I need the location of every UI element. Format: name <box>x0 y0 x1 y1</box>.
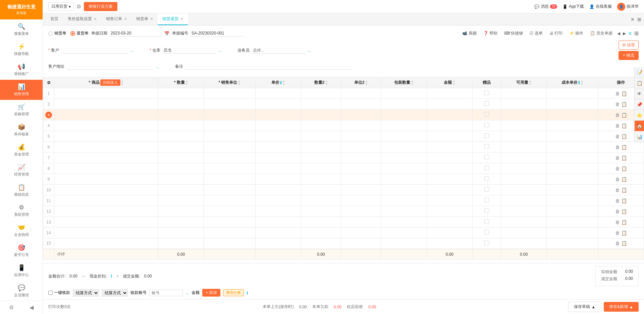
cell-quantity-9[interactable] <box>158 174 204 185</box>
cell-amount-14[interactable] <box>427 228 472 238</box>
sidebar-item-finance[interactable]: 💰资金管理 <box>0 140 43 160</box>
one-click-payment-checkbox[interactable] <box>48 291 53 295</box>
sidebar-collapse-icon[interactable]: ◀ <box>30 304 34 311</box>
cell-unit-price-14[interactable] <box>255 228 301 238</box>
cell-cost-price-14[interactable] <box>547 228 598 238</box>
cell-product[interactable] <box>54 174 158 185</box>
cell-sales-unit-1[interactable] <box>204 88 255 99</box>
cell-amount-13[interactable] <box>427 217 472 228</box>
cell-pack-qty-6[interactable] <box>381 142 427 152</box>
sidebar-item-shortcut[interactable]: ⚡快捷导航 <box>0 40 43 60</box>
cell-unit-price-7[interactable] <box>255 152 301 163</box>
cell-quantity-6[interactable] <box>158 142 204 152</box>
gift-checkbox-11[interactable] <box>484 198 489 202</box>
cell-unit2-12[interactable] <box>341 206 381 217</box>
cell-quantity-5[interactable] <box>158 131 204 142</box>
remarks-input[interactable] <box>185 63 353 70</box>
cell-pack-qty-9[interactable] <box>381 174 427 185</box>
cell-cost-price-4[interactable] <box>547 120 598 131</box>
tab-price-settings[interactable]: 售价提取设置✕ <box>63 13 101 25</box>
tab-close-icon[interactable]: ✕ <box>631 17 635 22</box>
gift-checkbox-12[interactable] <box>484 208 489 213</box>
cell-unit2-9[interactable] <box>341 174 381 185</box>
cell-unit-price-8[interactable] <box>255 163 301 174</box>
cell-unit2-14[interactable] <box>341 228 381 238</box>
available-sort-icon[interactable]: ▲▼ <box>529 80 532 86</box>
cell-quantity-4[interactable] <box>158 120 204 131</box>
cell-amount-12[interactable] <box>427 206 472 217</box>
cell-unit-price-9[interactable] <box>255 174 301 185</box>
cell-product[interactable] <box>54 238 158 249</box>
cell-unit2-5[interactable] <box>341 131 381 142</box>
copy-icon-14[interactable]: 📋 <box>621 230 627 236</box>
cell-quantity2-4[interactable] <box>301 120 341 131</box>
cell-quantity2-2[interactable] <box>301 99 341 110</box>
fee-info-icon[interactable]: ℹ <box>247 291 248 295</box>
fr-btn-1[interactable]: 📝 <box>635 67 644 78</box>
delete-icon-3[interactable]: 🗑 <box>615 112 620 118</box>
industry-select[interactable]: 日用百货 ▾ <box>48 2 74 11</box>
delete-icon-1[interactable]: 🗑 <box>615 91 620 96</box>
cell-sales-unit-10[interactable] <box>204 185 255 195</box>
cell-available-14[interactable] <box>501 228 547 238</box>
copy-icon-2[interactable]: 📋 <box>621 102 627 107</box>
cell-unit2-8[interactable] <box>341 163 381 174</box>
quantity-sort-icon[interactable]: ▲▼ <box>185 80 188 86</box>
save-draft-btn[interactable]: 保存草稿 ▲ <box>568 302 601 312</box>
gift-checkbox-10[interactable] <box>484 187 489 192</box>
cell-unit-price-5[interactable] <box>255 131 301 142</box>
cell-cost-price-2[interactable] <box>547 99 598 110</box>
salesperson-select-icon[interactable]: ... <box>307 48 311 53</box>
copy-icon-1[interactable]: 📋 <box>621 91 627 96</box>
cell-sales-unit-13[interactable] <box>204 217 255 228</box>
next-record-icon[interactable]: ▶ <box>623 31 626 36</box>
copy-icon-9[interactable]: 📋 <box>621 177 627 182</box>
cell-amount-9[interactable] <box>427 174 472 185</box>
cell-amount-10[interactable] <box>427 185 472 195</box>
cell-product[interactable] <box>54 228 158 238</box>
pack-qty-sort-icon[interactable]: ▲▼ <box>411 80 414 86</box>
cell-sales-unit-5[interactable] <box>204 131 255 142</box>
cell-quantity2-9[interactable] <box>301 174 341 185</box>
cell-product[interactable] <box>54 163 158 174</box>
cell-product[interactable] <box>54 142 158 152</box>
customer-select-icon[interactable]: ... <box>130 48 133 53</box>
logistics-btn[interactable]: + 物流 <box>619 51 639 60</box>
sidebar-item-guide[interactable]: 🎯新手引导 <box>0 241 43 261</box>
copy-icon-5[interactable]: 📋 <box>621 134 627 139</box>
app-download-btn[interactable]: 📱 App下载 <box>562 4 584 9</box>
address-input[interactable] <box>66 63 154 70</box>
settings-side-btn[interactable]: ⚙ 设置 <box>619 41 639 50</box>
tab-close-price-settings[interactable]: ✕ <box>94 17 97 21</box>
copy-icon-3[interactable]: 📋 <box>621 112 627 118</box>
radio-sales-return[interactable]: 退货单 <box>70 30 89 36</box>
cell-sales-unit-11[interactable] <box>204 195 255 206</box>
sidebar-item-appstore[interactable]: 📱应用中心 <box>0 261 43 281</box>
tab-layout-icon[interactable]: ⊞ <box>637 17 641 22</box>
fr-btn-6[interactable]: 🏠 <box>635 121 644 131</box>
operation-btn[interactable]: ⚡ 操作 <box>567 29 585 37</box>
cell-available-15[interactable] <box>501 238 547 249</box>
cell-available-5[interactable] <box>501 131 547 142</box>
cell-quantity2-15[interactable] <box>301 238 341 249</box>
cell-pack-qty-14[interactable] <box>381 228 427 238</box>
copy-icon-6[interactable]: 📋 <box>621 144 627 150</box>
cell-quantity-14[interactable] <box>158 228 204 238</box>
cell-unit2-10[interactable] <box>341 185 381 195</box>
cell-unit2-1[interactable] <box>341 88 381 99</box>
gift-checkbox-5[interactable] <box>484 133 489 138</box>
copy-icon-7[interactable]: 📋 <box>621 155 627 161</box>
cell-pack-qty-10[interactable] <box>381 185 427 195</box>
cell-unit-price-6[interactable] <box>255 142 301 152</box>
cell-available-1[interactable] <box>501 88 547 99</box>
cell-pack-qty-5[interactable] <box>381 131 427 142</box>
cell-available-12[interactable] <box>501 206 547 217</box>
delete-icon-12[interactable]: 🗑 <box>615 209 620 214</box>
cell-quantity-2[interactable] <box>158 99 204 110</box>
sidebar-item-marketing[interactable]: 📢营销推广 <box>0 60 43 80</box>
sidebar-item-inventory[interactable]: 📦库存核算 <box>0 120 43 140</box>
copy-icon-11[interactable]: 📋 <box>621 198 627 203</box>
cell-available-7[interactable] <box>501 152 547 163</box>
cell-product[interactable] <box>54 217 158 228</box>
cell-sales-unit-3[interactable] <box>204 110 255 120</box>
